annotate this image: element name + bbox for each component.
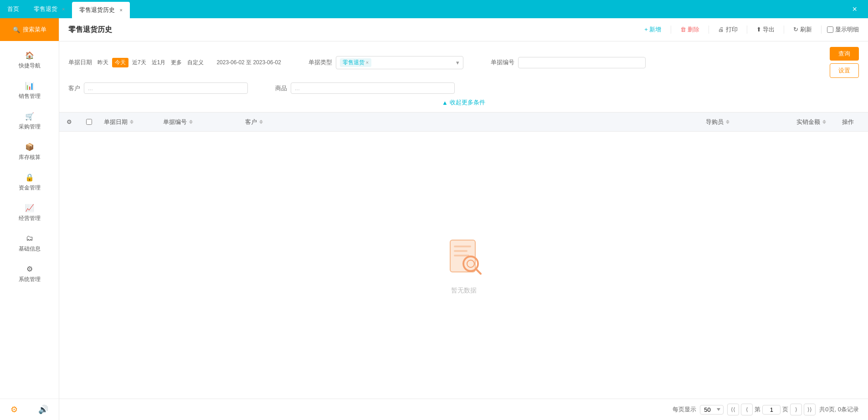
divider-2	[709, 26, 709, 34]
sort-amount-icon	[822, 120, 826, 124]
page-size-label: 每页显示	[673, 405, 696, 414]
collapse-up-icon: ▲	[442, 99, 448, 106]
settings-footer-icon[interactable]: ⚙	[10, 405, 18, 415]
collapse-label: 收起更多条件	[450, 98, 485, 107]
sort-num-down-icon	[189, 122, 193, 124]
select-all-checkbox[interactable]	[86, 119, 92, 125]
filter-doc-num: 单据编号	[491, 57, 646, 68]
sidebar-item-sys-mgmt[interactable]: ⚙ 系统管理	[0, 258, 59, 289]
date-opt-7days[interactable]: 近7天	[130, 58, 148, 67]
date-opt-today[interactable]: 今天	[112, 58, 128, 67]
tab-retail-return[interactable]: 零售退货 ×	[26, 0, 72, 18]
th-ops: 操作	[830, 118, 866, 126]
page-number-input[interactable]	[762, 405, 781, 415]
svg-point-6	[467, 260, 474, 267]
date-opt-custom[interactable]: 自定义	[185, 58, 205, 67]
table-body: 暂无数据	[59, 132, 868, 399]
filter-goods: 商品 ...	[275, 82, 455, 94]
sidebar-search[interactable]: 🔍 搜索菜单	[0, 18, 59, 41]
filter-date-range: 2023-06-02 至 2023-06-02	[215, 59, 281, 67]
tab-retail-return-history-close[interactable]: ×	[119, 7, 122, 13]
th-customer[interactable]: 客户	[241, 118, 702, 126]
date-opt-1month[interactable]: 近1月	[150, 58, 168, 67]
print-button[interactable]: 🖨 打印	[714, 24, 741, 36]
tab-home-label: 首页	[7, 5, 19, 13]
tab-retail-return-history[interactable]: 零售退货历史 ×	[72, 2, 129, 18]
sidebar-item-sales-mgmt[interactable]: 📊 销售管理	[0, 75, 59, 106]
refresh-button[interactable]: ↻ 刷新	[790, 24, 816, 36]
query-settings-col: 查询 设置	[830, 47, 859, 78]
sort-cust-down-icon	[259, 122, 263, 124]
th-num-label: 单据编号	[163, 118, 187, 126]
last-page-button[interactable]: ⟩⟩	[804, 404, 816, 415]
th-guide[interactable]: 导购员	[702, 118, 770, 126]
sort-num-icon	[189, 120, 193, 124]
prev-page-button[interactable]: ⟨	[741, 404, 753, 415]
filter-type-select[interactable]: 零售退货 × ▾	[336, 56, 463, 69]
sidebar-item-quick-nav[interactable]: 🏠 快捷导航	[0, 45, 59, 75]
filter-type-tag-clear[interactable]: ×	[366, 60, 369, 65]
svg-rect-3	[454, 255, 469, 256]
sort-up-icon	[130, 120, 134, 122]
th-ops-label: 操作	[842, 118, 854, 126]
filter-row-1: 单据日期 昨天 今天 近7天 近1月 更多 自定义 2023-06-02 至 2…	[68, 47, 859, 78]
query-button[interactable]: 查询	[830, 47, 859, 61]
divider-5	[821, 26, 822, 34]
tab-home[interactable]: 首页	[0, 0, 26, 18]
filter-goods-input[interactable]: ...	[291, 82, 455, 94]
th-date[interactable]: 单据日期	[100, 118, 159, 126]
sort-guide-down-icon	[726, 122, 729, 124]
tab-retail-return-history-label: 零售退货历史	[79, 6, 115, 14]
sound-footer-icon[interactable]: 🔊	[38, 405, 48, 415]
sidebar-item-basic-info[interactable]: 🗂 基础信息	[0, 228, 59, 258]
date-opt-yesterday[interactable]: 昨天	[96, 58, 110, 67]
sidebar: 🔍 搜索菜单 🏠 快捷导航 📊 销售管理 🛒 采购管理 📦 库存核算 🔒	[0, 18, 59, 420]
tab-retail-return-close[interactable]: ×	[62, 6, 65, 12]
th-customer-label: 客户	[245, 118, 257, 126]
date-opt-more[interactable]: 更多	[169, 58, 184, 67]
filter-customer-input[interactable]: ...	[84, 82, 248, 94]
sidebar-item-operations[interactable]: 📈 经营管理	[0, 197, 59, 228]
next-page-button[interactable]: ⟩	[790, 404, 802, 415]
show-detail-checkbox[interactable]	[827, 26, 833, 33]
sidebar-item-label-sales: 销售管理	[19, 92, 41, 100]
close-window-icon[interactable]: ×	[848, 5, 861, 14]
svg-rect-2	[454, 250, 467, 252]
divider-4	[784, 26, 784, 34]
sidebar-item-purchase-mgmt[interactable]: 🛒 采购管理	[0, 106, 59, 136]
filter-customer-label: 客户	[68, 84, 80, 92]
finance-icon: 🔒	[25, 172, 35, 182]
th-guide-label: 导购员	[706, 118, 724, 126]
delete-button[interactable]: 🗑 删除	[677, 24, 704, 36]
export-button[interactable]: ⬆ 导出	[753, 24, 779, 36]
page-size-select[interactable]: 10 20 50 100	[700, 405, 724, 415]
sidebar-item-finance[interactable]: 🔒 资金管理	[0, 167, 59, 197]
sales-icon: 📊	[25, 81, 35, 91]
date-options: 昨天 今天 近7天 近1月 更多 自定义	[96, 58, 205, 67]
collapse-button[interactable]: ▲ 收起更多条件	[442, 98, 485, 107]
filter-type-label: 单据类型	[308, 58, 332, 67]
th-num[interactable]: 单据编号	[159, 118, 241, 126]
page-nav: ⟨⟨ ⟨ 第 页 ⟩ ⟩⟩	[727, 404, 816, 415]
sidebar-item-inventory[interactable]: 📦 库存核算	[0, 136, 59, 167]
first-page-button[interactable]: ⟨⟨	[727, 404, 739, 415]
search-icon: 🔍	[13, 26, 20, 33]
sort-amt-up-icon	[822, 120, 826, 122]
sidebar-nav: 🏠 快捷导航 📊 销售管理 🛒 采购管理 📦 库存核算 🔒 资金管理 📈	[0, 41, 59, 399]
sidebar-item-label-quick-nav: 快捷导航	[19, 62, 41, 70]
svg-line-5	[476, 269, 481, 274]
th-settings[interactable]: ⚙	[61, 118, 77, 125]
top-bar: 首页 零售退货 × 零售退货历史 × ×	[0, 0, 868, 18]
sidebar-item-label-operations: 经营管理	[19, 215, 41, 222]
add-button[interactable]: + 新增	[641, 24, 665, 36]
th-checkbox[interactable]	[77, 119, 100, 125]
settings-button[interactable]: 设置	[830, 63, 859, 78]
show-detail-wrap[interactable]: 显示明细	[827, 26, 859, 34]
th-amount[interactable]: 实销金额	[770, 118, 830, 126]
doc-num-input[interactable]	[518, 57, 646, 68]
page-actions: + 新增 🗑 删除 🖨 打印 ⬆ 导出 ↻ 刷新 显示明细	[641, 24, 859, 36]
svg-rect-1	[454, 246, 471, 247]
divider-3	[747, 26, 747, 34]
filter-date: 单据日期 昨天 今天 近7天 近1月 更多 自定义	[68, 58, 205, 67]
sort-date-icon	[130, 120, 134, 124]
